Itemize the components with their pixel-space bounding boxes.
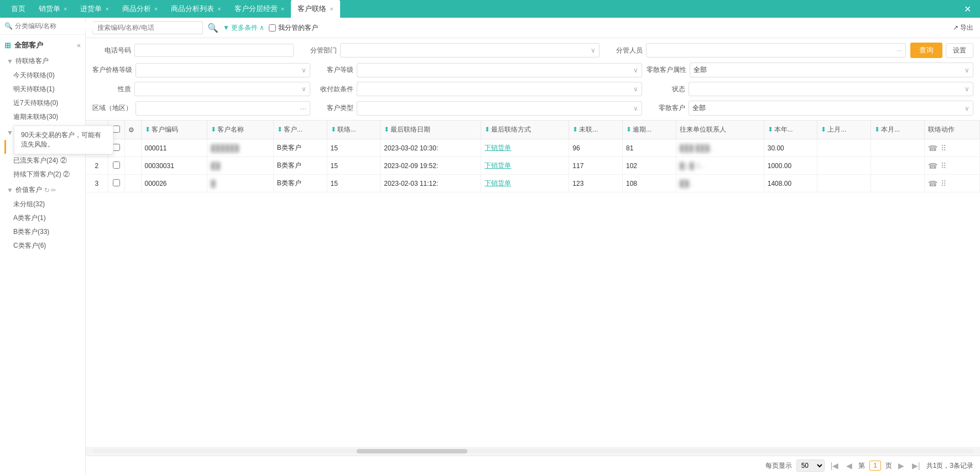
region-dots[interactable]: ···	[300, 104, 307, 113]
status-select[interactable]: ∨	[689, 82, 973, 96]
export-button[interactable]: ↗ 导出	[953, 23, 973, 33]
sidebar-item-lost[interactable]: 已流失客户(24) ②	[4, 154, 85, 168]
sidebar-collapse-button[interactable]: «	[77, 41, 81, 49]
nature-arrow: ∨	[301, 85, 306, 93]
cell-last-method[interactable]: 下销货单	[481, 157, 569, 175]
last-method-link[interactable]: 下销货单	[484, 161, 511, 169]
first-page-button[interactable]: |◀	[829, 461, 841, 470]
row-checkbox[interactable]	[113, 161, 120, 169]
cell-checkbox[interactable]	[108, 175, 124, 192]
select-all-checkbox[interactable]	[113, 126, 120, 133]
scrollbar-thumb[interactable]	[357, 449, 467, 453]
tab-close-sales[interactable]: ×	[64, 6, 67, 12]
tab-sales[interactable]: 销货单 ×	[32, 0, 74, 18]
action-phone-icon[interactable]: ☎	[928, 144, 937, 153]
last-method-link[interactable]: 下销货单	[484, 179, 511, 187]
cell-checkbox[interactable]	[108, 157, 124, 175]
tab-purchase[interactable]: 进货单 ×	[74, 0, 115, 18]
cell-last-method[interactable]: 下销货单	[481, 139, 569, 157]
col-no-contact[interactable]: ⬍未联...	[569, 121, 623, 139]
col-overdue[interactable]: ⬍逾期...	[623, 121, 676, 139]
tab-close-customer-segment[interactable]: ×	[281, 6, 284, 12]
col-contact-count[interactable]: ⬍联络...	[327, 121, 380, 139]
sidebar-item-c-class[interactable]: C类客户(6)	[4, 239, 85, 253]
col-this-month[interactable]: ⬍本月...	[871, 121, 925, 139]
col-settings[interactable]: ⚙	[124, 121, 141, 139]
last-method-link[interactable]: 下销货单	[484, 144, 511, 152]
cell-last-month	[817, 157, 871, 175]
sidebar-item-ungroup[interactable]: 未分组(32)	[4, 197, 85, 211]
cell-code: 000011	[141, 139, 207, 157]
sidebar-item-7day-pending[interactable]: 近7天待联络(0)	[4, 96, 85, 110]
sidebar-item-tomorrow-pending[interactable]: 明天待联络(1)	[4, 82, 85, 96]
per-page-select[interactable]: 50 100 200	[796, 460, 825, 472]
tab-analysis[interactable]: 商品分析 ×	[116, 0, 164, 18]
query-button[interactable]: 查询	[910, 43, 942, 58]
price-level-select[interactable]: ∨	[135, 63, 310, 77]
tab-home[interactable]: 首页	[4, 0, 32, 18]
col-last-method[interactable]: ⬍最后联络方式	[481, 121, 569, 139]
row-checkbox[interactable]	[113, 179, 120, 186]
cell-class: B类客户	[273, 139, 327, 157]
col-this-year[interactable]: ⬍本年...	[764, 121, 817, 139]
zero-customer-label: 零散客户	[647, 103, 685, 113]
sidebar-item-b-class[interactable]: B类客户(33)	[4, 225, 85, 239]
col-last-month[interactable]: ⬍上月...	[817, 121, 871, 139]
refresh-icon[interactable]: ↻	[44, 186, 50, 194]
sidebar-group-value-title[interactable]: ▼ 价值客户 ↻ ✏	[0, 182, 85, 197]
filter-field-region: 区域（地区） ···	[92, 101, 310, 116]
search-button[interactable]: 🔍	[207, 23, 218, 33]
sidebar-item-today-pending[interactable]: 今天待联络(0)	[4, 69, 85, 82]
settings-button[interactable]: 设置	[946, 43, 973, 58]
action-more-icon[interactable]: ⠿	[941, 161, 946, 170]
col-unit-contact[interactable]: 往来单位联系人	[676, 121, 764, 139]
row-checkbox[interactable]	[113, 144, 120, 151]
payment-select[interactable]: ∨	[357, 82, 642, 96]
last-page-button[interactable]: ▶|	[910, 461, 922, 470]
edit-icon[interactable]: ✏	[51, 186, 56, 194]
tab-close-analysis-list[interactable]: ×	[217, 6, 221, 12]
col-last-date[interactable]: ⬍最后联络日期	[380, 121, 481, 139]
cell-last-method[interactable]: 下销货单	[481, 175, 569, 192]
tab-customer-segment[interactable]: 客户分层经营 ×	[228, 0, 291, 18]
more-conditions-button[interactable]: ▼ 更多条件 ∧	[223, 23, 264, 33]
tab-customer-contact[interactable]: 客户联络 ×	[291, 0, 340, 18]
next-page-button[interactable]: ▶	[896, 461, 906, 470]
department-select[interactable]: ∨	[340, 43, 600, 58]
window-close-button[interactable]: ✕	[960, 4, 976, 14]
tab-close-purchase[interactable]: ×	[105, 6, 108, 12]
nature-select[interactable]: ∨	[134, 82, 310, 96]
tab-close-analysis[interactable]: ×	[154, 6, 158, 12]
manager-select[interactable]: ···	[646, 43, 906, 58]
col-name[interactable]: ⬍客户名称	[207, 121, 274, 139]
prev-page-button[interactable]: ◀	[845, 461, 854, 470]
search-input[interactable]	[92, 21, 203, 34]
col-code[interactable]: ⬍客户编码	[141, 121, 207, 139]
zero-attr-select[interactable]: 全部 ∨	[690, 62, 973, 77]
sidebar-item-a-class[interactable]: A类客户(1)	[4, 211, 85, 225]
manager-label: 分管人员	[604, 46, 643, 55]
sidebar-search-input[interactable]	[15, 22, 98, 30]
action-more-icon[interactable]: ⠿	[941, 179, 946, 188]
tab-analysis-list[interactable]: 商品分析列表 ×	[164, 0, 227, 18]
action-phone-icon[interactable]: ☎	[928, 161, 937, 170]
status-arrow: ∨	[965, 85, 969, 93]
sidebar-group-pending-title[interactable]: ▼ 待联络客户	[0, 54, 85, 69]
sidebar-item-overdue-pending[interactable]: 逾期未联络(30)	[4, 110, 85, 124]
col-class[interactable]: ⬍客户...	[273, 121, 327, 139]
action-more-icon[interactable]: ⠿	[941, 144, 946, 153]
price-level-label: 客户价格等级	[92, 65, 132, 75]
cell-name: █	[207, 175, 274, 192]
horizontal-scrollbar[interactable]	[92, 449, 973, 453]
my-customers-checkbox-group[interactable]: 我分管的客户	[269, 23, 318, 33]
my-customers-checkbox[interactable]	[269, 24, 276, 32]
region-select[interactable]: ···	[135, 101, 310, 116]
sidebar-item-declining[interactable]: 持续下滑客户(2) ②	[4, 168, 85, 181]
zero-customer-select[interactable]: 全部 ∨	[689, 101, 973, 116]
all-customers-header[interactable]: ⊞ 全部客户 «	[0, 37, 85, 54]
phone-input[interactable]	[134, 44, 294, 57]
customer-type-select[interactable]: ∨	[357, 101, 642, 116]
action-phone-icon[interactable]: ☎	[928, 179, 937, 188]
customer-level-select[interactable]: ∨	[357, 63, 642, 77]
tab-close-customer-contact[interactable]: ×	[330, 6, 333, 12]
